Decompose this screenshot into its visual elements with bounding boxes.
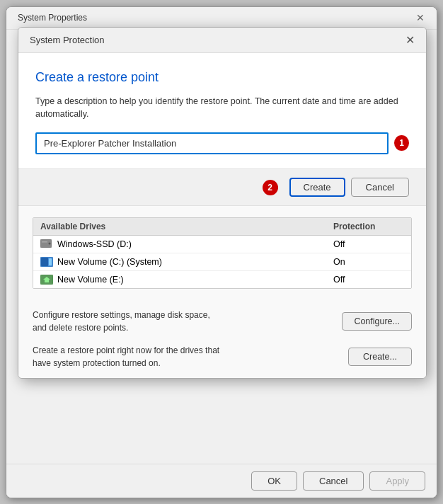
dialog-title: System Protection — [30, 35, 105, 45]
drive3-name: New Volume (E:) — [57, 275, 333, 285]
dialog-buttons-row: 2 Create Cancel — [18, 169, 426, 206]
create-action-button[interactable]: Create... — [348, 348, 412, 366]
svg-point-2 — [49, 243, 51, 245]
svg-rect-1 — [42, 241, 47, 243]
step1-badge: 1 — [394, 135, 409, 151]
configure-button[interactable]: Configure... — [342, 312, 412, 331]
create-button[interactable]: Create — [289, 178, 345, 197]
cancel-button[interactable]: Cancel — [303, 471, 364, 491]
create-desc: Create a restore point right now for the… — [33, 344, 348, 370]
system-protection-dialog: System Protection ✕ Create a restore poi… — [18, 27, 427, 379]
drive-row: New Volume (C:) (System) On — [33, 253, 411, 271]
action-section: Configure restore settings, manage disk … — [18, 300, 426, 378]
outer-window-title: System Properties — [18, 13, 87, 23]
drive-table-header: Available Drives Protection — [33, 218, 411, 236]
drive-table: Available Drives Protection Windows-SSD … — [33, 217, 412, 289]
drive2-name: New Volume (C:) (System) — [57, 257, 333, 267]
drive2-protection: On — [333, 257, 404, 267]
apply-button[interactable]: Apply — [369, 471, 425, 491]
protection-col-header: Protection — [333, 222, 404, 231]
drive3-protection: Off — [333, 275, 404, 285]
create-restore-heading: Create a restore point — [35, 70, 409, 85]
svg-rect-4 — [41, 258, 48, 266]
bottom-bar: OK Cancel Apply — [6, 464, 437, 498]
configure-action-row: Configure restore settings, manage disk … — [33, 309, 412, 334]
backup-drive-icon — [40, 275, 53, 285]
ok-button[interactable]: OK — [251, 471, 297, 491]
create-action-row: Create a restore point right now for the… — [33, 344, 412, 370]
create-restore-section: Create a restore point Type a descriptio… — [18, 53, 426, 170]
outer-titlebar: System Properties ✕ — [6, 7, 437, 30]
hdd-drive-icon — [40, 239, 53, 249]
drives-col-header: Available Drives — [40, 222, 333, 231]
drive1-name: Windows-SSD (D:) — [57, 239, 333, 249]
create-restore-description: Type a description to help you identify … — [35, 95, 409, 122]
outer-close-button[interactable]: ✕ — [413, 10, 428, 25]
dialog-close-button[interactable]: ✕ — [401, 30, 419, 49]
drive1-protection: Off — [333, 239, 404, 249]
configure-desc: Configure restore settings, manage disk … — [33, 309, 342, 334]
drive-row: New Volume (E:) Off — [33, 271, 411, 288]
dialog-cancel-button[interactable]: Cancel — [351, 178, 409, 197]
drive-row: Windows-SSD (D:) Off — [33, 236, 411, 253]
dialog-titlebar: System Protection ✕ — [18, 28, 426, 53]
step2-badge: 2 — [263, 180, 278, 195]
outer-window: System Properties ✕ System Protection ✕ … — [6, 6, 437, 498]
input-row: 1 — [35, 132, 409, 154]
svg-rect-5 — [49, 258, 52, 265]
sys-drive-icon — [40, 257, 53, 267]
drive-section: Available Drives Protection Windows-SSD … — [18, 206, 426, 300]
restore-point-input[interactable] — [35, 132, 389, 154]
